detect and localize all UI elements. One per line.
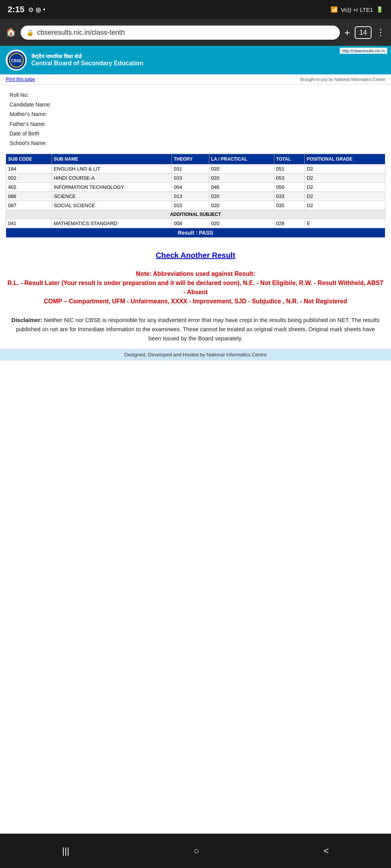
- url-bar[interactable]: 🔒 cbseresults.nic.in/class-tenth: [21, 26, 340, 40]
- cell-practical: 020: [209, 219, 274, 228]
- check-another-link[interactable]: Check Another Result: [156, 251, 235, 259]
- cell-code: 002: [6, 174, 52, 183]
- print-link[interactable]: Print this page: [6, 77, 35, 82]
- back-button[interactable]: <: [323, 845, 329, 856]
- cell-total: 028: [274, 219, 305, 228]
- fathers-name-label: Father's Name:: [10, 119, 46, 129]
- status-time-area: 2:15 ⊙ ◎ •: [8, 5, 45, 14]
- note-text: Note: Abbreviations used against Result:…: [6, 269, 385, 306]
- result-pass-cell: Result : PASS: [6, 228, 385, 238]
- mothers-name-label: Mother's Name:: [10, 110, 47, 119]
- col-sub-code: SUB CODE: [6, 154, 52, 164]
- site-title-english: Central Board of Secondary Education: [31, 60, 143, 67]
- cell-name: SCIENCE: [52, 192, 172, 201]
- cell-practical: 020: [209, 201, 274, 210]
- cell-total: 051: [274, 164, 305, 174]
- cell-code: 041: [6, 219, 52, 228]
- col-positional-grade: POSITIONAL GRADE: [305, 154, 385, 164]
- results-table: SUB CODE SUB NAME THEORY LA / PRACTICAL …: [6, 154, 385, 238]
- tabs-button[interactable]: 14: [355, 26, 372, 39]
- cell-theory: 013: [172, 192, 209, 201]
- dob-label: Date of Birth: [10, 129, 39, 138]
- note-line2: COMP – Compartment, UFM - Unfairmeans, X…: [44, 298, 347, 304]
- additional-subject-header-row: ADDITIONAL SUBJECT: [6, 210, 385, 219]
- cell-name: SOCIAL SCIENCE: [52, 201, 172, 210]
- footer-text: Designed, Developed and Hosted by Nation…: [124, 352, 267, 358]
- cell-grade: D2: [305, 174, 385, 183]
- table-row: 087 SOCIAL SCIENCE 015 020 035 D2: [6, 201, 385, 210]
- signal-text: Vo)) +r LTE1: [341, 6, 373, 13]
- col-total: TOTAL: [274, 154, 305, 164]
- site-title-block: केंद्रीय माध्यमिक शिक्षा बोर्ड Central B…: [31, 53, 143, 67]
- results-table-container: SUB CODE SUB NAME THEORY LA / PRACTICAL …: [0, 154, 391, 243]
- result-row: Result : PASS: [6, 228, 385, 238]
- cell-practical: 020: [209, 174, 274, 183]
- candidate-name-row: Candidate Name:: [10, 100, 381, 110]
- site-header: CBSE केंद्रीय माध्यमिक शिक्षा बोर्ड Cent…: [0, 46, 391, 74]
- status-right-area: 📶 Vo)) +r LTE1 🔋: [331, 6, 383, 13]
- time-display: 2:15: [8, 5, 24, 14]
- cell-name: MATHEMATICS STANDARD: [52, 219, 172, 228]
- disclaimer-section: Disclaimer: Neither NIC nor CBSE is resp…: [0, 310, 391, 349]
- wifi-icon: 📶: [331, 6, 338, 13]
- cell-total: 035: [274, 201, 305, 210]
- check-another-section: Check Another Result: [0, 243, 391, 266]
- lock-icon: 🔒: [26, 29, 34, 36]
- home-nav-button[interactable]: ○: [194, 845, 199, 856]
- col-la-practical: LA / PRACTICAL: [209, 154, 274, 164]
- site-url-top: http://cbseresults.nic.in: [340, 48, 387, 54]
- school-label: School's Name:: [10, 138, 47, 148]
- disclaimer-text: Disclaimer: Neither NIC nor CBSE is resp…: [10, 316, 381, 343]
- cell-theory: 031: [172, 164, 209, 174]
- cell-practical: 020: [209, 192, 274, 201]
- menu-button[interactable]: ⋮: [376, 27, 385, 38]
- cell-practical: 020: [209, 164, 274, 174]
- note-heading: Note: Abbreviations used against Result:: [136, 271, 255, 277]
- cell-theory: 015: [172, 201, 209, 210]
- cell-grade: D2: [305, 164, 385, 174]
- table-row: 402 INFORMATION TECHNOLOGY 004 046 050 D…: [6, 183, 385, 192]
- mothers-name-row: Mother's Name:: [10, 110, 381, 119]
- cell-total: 053: [274, 174, 305, 183]
- cell-name: INFORMATION TECHNOLOGY: [52, 183, 172, 192]
- cell-total: 033: [274, 192, 305, 201]
- cell-grade: E: [305, 219, 385, 228]
- roll-no-label: Roll No:: [10, 90, 29, 100]
- status-icons: ⊙ ◎ •: [28, 6, 45, 13]
- cell-code: 086: [6, 192, 52, 201]
- home-button[interactable]: 🏠: [6, 27, 16, 37]
- cell-theory: 008: [172, 219, 209, 228]
- cell-name: ENGLISH LNG & LIT: [52, 164, 172, 174]
- cell-theory: 033: [172, 174, 209, 183]
- site-title-hindi: केंद्रीय माध्यमिक शिक्षा बोर्ड: [31, 53, 143, 60]
- student-info: Roll No: Candidate Name: Mother's Name: …: [0, 85, 391, 154]
- nic-credit: Brought to you by National Informatics C…: [300, 77, 385, 82]
- note-line1: R.L. - Result Later (Your result is unde…: [8, 280, 384, 295]
- dob-row: Date of Birth: [10, 129, 381, 138]
- recent-apps-button[interactable]: |||: [62, 845, 69, 856]
- col-theory: THEORY: [172, 154, 209, 164]
- disclaimer-body: Neither NIC nor CBSE is responsible for …: [16, 317, 380, 341]
- additional-subject-row: 041 MATHEMATICS STANDARD 008 020 028 E: [6, 219, 385, 228]
- navigation-icon: ⊙: [28, 6, 33, 13]
- table-row: 184 ENGLISH LNG & LIT 031 020 051 D2: [6, 164, 385, 174]
- logo-svg: CBSE: [7, 51, 26, 70]
- cbse-logo: CBSE: [6, 50, 27, 71]
- disclaimer-bold: Disclaimer:: [11, 317, 42, 323]
- bottom-nav: ||| ○ <: [0, 834, 391, 868]
- col-sub-name: SUB NAME: [52, 154, 172, 164]
- school-row: School's Name:: [10, 138, 381, 148]
- fathers-name-row: Father's Name:: [10, 119, 381, 129]
- cell-code: 402: [6, 183, 52, 192]
- dot-icon: •: [43, 6, 45, 13]
- site-footer: Designed, Developed and Hosted by Nation…: [0, 349, 391, 361]
- print-bar: Print this page Brought to you by Nation…: [0, 74, 391, 85]
- cell-theory: 004: [172, 183, 209, 192]
- new-tab-button[interactable]: +: [344, 27, 350, 39]
- status-bar: 2:15 ⊙ ◎ • 📶 Vo)) +r LTE1 🔋: [0, 0, 391, 19]
- cell-grade: D2: [305, 183, 385, 192]
- table-header-row: SUB CODE SUB NAME THEORY LA / PRACTICAL …: [6, 154, 385, 164]
- battery-icon: 🔋: [376, 6, 383, 13]
- url-text[interactable]: cbseresults.nic.in/class-tenth: [37, 29, 334, 37]
- nav-bar: 🏠 🔒 cbseresults.nic.in/class-tenth + 14 …: [0, 19, 391, 46]
